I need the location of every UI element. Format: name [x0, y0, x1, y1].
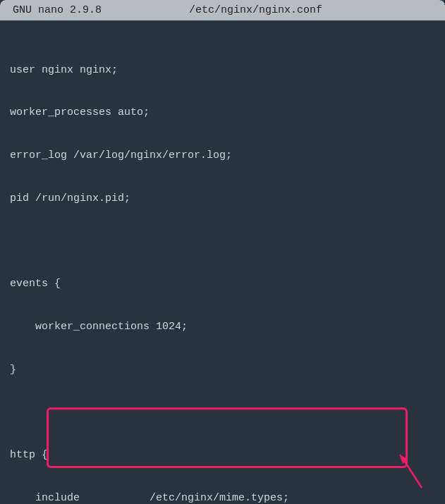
code-line	[10, 235, 435, 249]
code-line: }	[10, 363, 435, 377]
code-line: events {	[10, 277, 435, 291]
code-line: http {	[10, 448, 435, 462]
file-path: /etc/nginx/nginx.conf	[102, 4, 438, 16]
code-line: include /etc/nginx/mime.types;	[10, 491, 435, 504]
editor-area[interactable]: user nginx nginx; worker_processes auto;…	[0, 20, 445, 504]
app-name-version: GNU nano 2.9.8	[7, 4, 102, 16]
titlebar: GNU nano 2.9.8 /etc/nginx/nginx.conf	[0, 0, 445, 20]
code-line: worker_processes auto;	[10, 106, 435, 120]
code-line: pid /run/nginx.pid;	[10, 192, 435, 206]
app-name: GNU nano	[13, 4, 63, 16]
code-line: error_log /var/log/nginx/error.log;	[10, 149, 435, 163]
code-line	[10, 406, 435, 420]
code-line: user nginx nginx;	[10, 63, 435, 78]
code-line: worker_connections 1024;	[10, 320, 435, 334]
app-version: 2.9.8	[70, 4, 102, 16]
